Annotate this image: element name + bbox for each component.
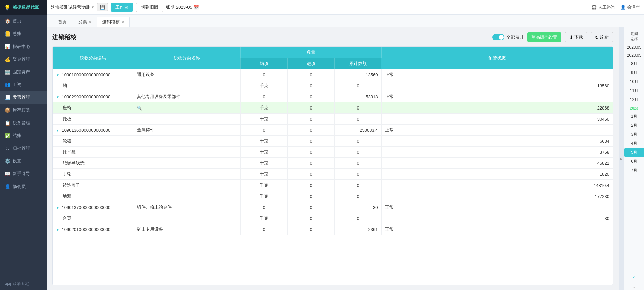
month-item-5[interactable]: 11月 — [624, 86, 644, 95]
th-tax-name: 税收分类名称 — [133, 47, 240, 69]
cell-total: 14810.4 — [381, 180, 613, 191]
sidebar-item-assets[interactable]: 🏢固定资产 — [0, 66, 47, 78]
page-content: 进销稽核 全部展开 商品编码设置 ⬇ 下载 ↻ 刷新 — [47, 27, 644, 290]
scroll-up-button[interactable]: ⌃ — [631, 275, 637, 282]
cell-unit: 千克 — [240, 80, 287, 91]
sidebar-item-payroll[interactable]: 👥工资 — [0, 78, 47, 91]
refresh-button[interactable]: ↻ 刷新 — [591, 32, 613, 42]
collapse-icon[interactable]: ▼ — [56, 73, 59, 77]
th-total: 累计数额 — [334, 58, 381, 69]
cell-total: 30 — [334, 202, 381, 213]
month-item-4[interactable]: 10月 — [624, 77, 644, 86]
page-title: 进销稽核 — [52, 33, 76, 41]
product-code-button[interactable]: 商品编码设置 — [527, 32, 561, 42]
table-row: 合页 千克 0 0 30 — [53, 213, 613, 224]
expand-toggle-row: 全部展开 — [492, 34, 524, 40]
tab-reconcile-close[interactable]: × — [122, 20, 124, 24]
cell-purchase: 0 — [334, 136, 381, 147]
month-item-8[interactable]: 1月 — [624, 112, 644, 121]
app-logo: 💡 畅捷通易代账 — [0, 0, 47, 15]
table-row: ▼ 10901000000000000000 通用设备 0 0 13560 正常 — [53, 69, 613, 80]
cell-sales: 0 — [240, 69, 287, 80]
cell-sales: 0 — [287, 136, 334, 147]
cell-total: 13560 — [334, 69, 381, 80]
panel-title: 期间 — [625, 31, 643, 37]
support-button[interactable]: 🎧 人工咨询 — [591, 4, 615, 10]
sidebar-item-settings[interactable]: ⚙️设置 — [0, 155, 47, 167]
tab-home[interactable]: 首页 — [52, 17, 72, 27]
cell-total: 3768 — [381, 147, 613, 158]
sidebar-label-invoice: 发票管理 — [13, 94, 30, 100]
sidebar-item-reports[interactable]: 📊报表中心 — [0, 40, 47, 53]
cell-item-name: 抹平盘 — [53, 147, 133, 158]
sidebar-label-tax: 税务管理 — [13, 120, 30, 126]
table-row: 轮毂 千克 0 0 6634 — [53, 136, 613, 147]
cell-purchase: 0 — [287, 224, 334, 235]
sidebar-item-home[interactable]: 🏠首页 — [0, 15, 47, 27]
cell-unit: 千克 — [240, 180, 287, 191]
collapse-icon[interactable]: ▼ — [56, 228, 59, 232]
sidebar-item-inventory[interactable]: 📦库存核算 — [0, 104, 47, 117]
month-item-0[interactable]: 2023.05 — [624, 43, 644, 51]
collapse-icon[interactable]: ▼ — [56, 129, 59, 132]
cell-total: 6634 — [381, 136, 613, 147]
refresh-label: 刷新 — [600, 34, 609, 40]
cell-purchase: 0 — [287, 69, 334, 80]
search-icon[interactable]: 🔍 — [137, 106, 142, 111]
user-name: 徐泽华 — [627, 4, 640, 10]
month-item-13[interactable]: 6月 — [624, 157, 644, 166]
cell-code: ▼ 10902010000000000000 — [53, 224, 133, 235]
tab-reconcile[interactable]: 进销稽核 × — [97, 17, 129, 27]
sidebar-item-settle[interactable]: ✅结账 — [0, 129, 47, 142]
sidebar-label-reports: 报表中心 — [13, 44, 30, 50]
cell-total: 53318 — [334, 91, 381, 102]
month-item-2[interactable]: 8月 — [624, 59, 644, 68]
sidebar-item-member[interactable]: 👤畅会员 — [0, 180, 47, 193]
month-item-10[interactable]: 3月 — [624, 130, 644, 139]
cell-name: 金属铸件 — [133, 125, 240, 136]
save-icon-button[interactable]: 💾 — [97, 3, 108, 11]
collapse-icon[interactable]: ▼ — [56, 95, 59, 99]
month-item-3[interactable]: 9月 — [624, 68, 644, 77]
period-selector[interactable]: 账期 2023-05 📅 — [166, 4, 199, 10]
switch-old-button[interactable]: 切到旧版 — [136, 3, 163, 12]
sidebar-item-funds[interactable]: 💰资金管理 — [0, 53, 47, 66]
cell-sales: 0 — [287, 102, 334, 114]
scroll-down-button[interactable]: ⌄ — [631, 282, 637, 290]
month-item-14[interactable]: 7月 — [624, 166, 644, 175]
download-button[interactable]: ⬇ 下载 — [565, 32, 587, 42]
month-item-7[interactable]: 2023 — [624, 104, 644, 112]
cell-sales: 0 — [287, 213, 334, 224]
cell-purchase: 0 — [334, 158, 381, 169]
collapse-icon[interactable]: ▼ — [56, 206, 59, 210]
sidebar-label-inventory: 库存核算 — [13, 107, 30, 113]
tabbar: 首页 发票 × 进销稽核 × — [47, 15, 644, 27]
user-menu[interactable]: 👤 徐泽华 — [620, 4, 640, 10]
sidebar-item-archive[interactable]: 🗂归档管理 — [0, 142, 47, 155]
sidebar-item-invoice[interactable]: 🧾发票管理 — [0, 91, 47, 104]
download-label: 下载 — [574, 34, 583, 40]
topbar: 沈海英测试经营勿删 ▾ 💾 工作台 切到旧版 账期 2023-05 📅 🎧 人工… — [47, 0, 644, 15]
month-item-12[interactable]: 5月 — [624, 148, 644, 157]
expand-toggle[interactable] — [492, 34, 504, 40]
sidebar-footer[interactable]: ◀◀ 取消固定 — [0, 278, 47, 290]
cell-unit: 千克 — [240, 158, 287, 169]
page-actions: 全部展开 商品编码设置 ⬇ 下载 ↻ 刷新 — [492, 32, 613, 42]
sidebar-item-tax[interactable]: 📋税务管理 — [0, 117, 47, 129]
sidebar-item-guide[interactable]: 📖新手引导 — [0, 167, 47, 180]
settings-icon: ⚙️ — [5, 158, 10, 164]
tab-invoice-close[interactable]: × — [89, 20, 91, 24]
sidebar-item-ledger[interactable]: 📒总账 — [0, 27, 47, 40]
cell-item-name: 托板 — [53, 114, 133, 125]
company-selector[interactable]: 沈海英测试经营勿删 ▾ — [51, 4, 94, 10]
tab-invoice[interactable]: 发票 × — [72, 17, 97, 27]
month-item-1[interactable]: 2023.05 — [624, 51, 644, 59]
cell-search — [133, 169, 240, 180]
month-item-6[interactable]: 12月 — [624, 95, 644, 104]
workbench-button[interactable]: 工作台 — [111, 3, 133, 12]
table-row: ▼ 10901370000000000000 锻件、粉末冶金件 0 0 30 正… — [53, 202, 613, 213]
month-item-9[interactable]: 2月 — [624, 121, 644, 130]
cell-sales: 0 — [240, 125, 287, 136]
panel-collapse-button[interactable]: ▶ — [619, 27, 624, 290]
month-item-11[interactable]: 4月 — [624, 139, 644, 148]
